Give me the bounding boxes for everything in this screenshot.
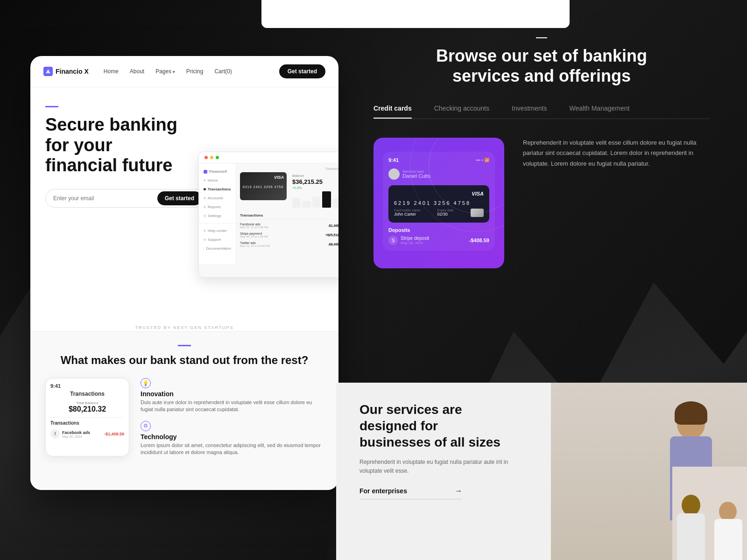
dash-tx-label: Transactions bbox=[240, 167, 338, 170]
dash-balance-box: Balance $36,215.25 +0.4% bbox=[289, 172, 338, 210]
email-input[interactable] bbox=[53, 195, 157, 202]
dash-nav-support[interactable]: Support bbox=[199, 235, 236, 244]
bottom-title: What makes our bank stand out from the r… bbox=[45, 354, 324, 367]
dash-nav-settings[interactable]: Settings bbox=[199, 211, 236, 220]
phone-transactions-title: Transactions bbox=[50, 391, 124, 397]
hero-accent-line bbox=[45, 106, 58, 107]
phone-tx-left: f Facebook ads May 26, 2024 bbox=[50, 429, 90, 439]
second-person-group bbox=[672, 467, 747, 560]
phone-ui: 9:41 ▪▪▪ ▪ 📶 Welcome back Daniel Cutts V… bbox=[383, 152, 495, 251]
technology-desc: Lorem ipsum dolor sit amet, consectetur … bbox=[141, 442, 324, 456]
expiry-label: Expiry date bbox=[437, 209, 454, 212]
fb-icon: f bbox=[50, 429, 60, 439]
dash-tx-row-1: Facebook ads May 26, 24 at 2:48 PM -$1,4… bbox=[240, 221, 338, 231]
user-name: Daniel Cutts bbox=[402, 173, 430, 179]
enterprises-text: Our services aredesigned forbusinesses o… bbox=[336, 383, 551, 560]
innovation-title: Innovation bbox=[141, 390, 324, 398]
banking-header: Browse our set of banking services and o… bbox=[374, 37, 710, 86]
card-visa-label: VISA bbox=[394, 191, 484, 196]
nav-about[interactable]: About bbox=[130, 68, 144, 75]
phone-mockup-small: 9:41 Transactions Total Balance $80,210.… bbox=[45, 378, 129, 456]
dash-balance-change: +0.4% bbox=[292, 186, 338, 189]
feature-technology: ⚙ Technology Lorem ipsum dolor sit amet,… bbox=[141, 421, 324, 456]
svg-marker-0 bbox=[46, 69, 50, 73]
logo[interactable]: Financio X bbox=[43, 67, 89, 76]
dash-nav-transactions[interactable]: Transactions bbox=[199, 185, 236, 194]
dash-balance-label: Balance bbox=[292, 174, 338, 177]
tab-investments[interactable]: Investments bbox=[512, 105, 547, 119]
top-banner bbox=[261, 0, 570, 28]
dash-nav-reports[interactable]: Reports bbox=[199, 203, 236, 211]
window-dot-green bbox=[216, 156, 219, 159]
dash-tx-date-3: May 23, 24 at 12:08 PM bbox=[240, 245, 270, 247]
dash-tx-name-1: Facebook ads bbox=[240, 223, 268, 226]
dash-tx-date-2: May 26, 24 at 1:28 PM bbox=[240, 235, 268, 238]
nav-cart[interactable]: Cart(0) bbox=[214, 68, 232, 75]
bottom-section: What makes our bank stand out from the r… bbox=[30, 331, 338, 490]
chip-icon bbox=[471, 209, 484, 217]
phone-balance-val: $80,210.32 bbox=[50, 405, 124, 413]
window-dot-red bbox=[204, 156, 208, 159]
dash-tx-name-2: Stripe payment bbox=[240, 232, 268, 235]
dash-nav-docs[interactable]: Documentation bbox=[199, 244, 236, 253]
nav-pricing[interactable]: Pricing bbox=[186, 68, 204, 75]
tab-checking-accounts[interactable]: Checking accounts bbox=[434, 105, 489, 119]
window-dot-yellow bbox=[210, 156, 213, 159]
bottom-content: 9:41 Transactions Total Balance $80,210.… bbox=[45, 378, 324, 456]
banking-description: Reprehenderit in voluptate velit esse ci… bbox=[523, 138, 710, 168]
dash-tx-row-2: Stripe payment May 26, 24 at 1:28 PM +$2… bbox=[240, 231, 338, 240]
deposit-row: S Stripe deposit May 28, 2024 -$408.59 bbox=[388, 236, 489, 245]
dash-nav-home[interactable]: Home bbox=[199, 176, 236, 185]
dash-tx-name-3: Twitter ads bbox=[240, 241, 270, 245]
person-3 bbox=[714, 499, 742, 560]
dash-card-number: 6219 2401 3256 4758 bbox=[243, 185, 284, 189]
phone-tx-title: Transactions bbox=[50, 417, 124, 426]
tab-wealth-management[interactable]: Wealth Management bbox=[569, 105, 629, 119]
email-form: Get started bbox=[45, 189, 204, 208]
enterprises-tagline: Our services aredesigned forbusinesses o… bbox=[359, 401, 528, 450]
for-enterprises-link[interactable]: For enterprises → bbox=[359, 487, 462, 499]
dash-nav-help[interactable]: Help center bbox=[199, 226, 236, 235]
banking-content: 9:41 ▪▪▪ ▪ 📶 Welcome back Daniel Cutts V… bbox=[374, 138, 710, 268]
nav-pages[interactable]: Pages bbox=[155, 68, 175, 75]
tab-credit-cards[interactable]: Credit cards bbox=[374, 105, 412, 119]
card-holder-name: John Carter bbox=[394, 212, 420, 217]
form-cta-button[interactable]: Get started bbox=[157, 191, 202, 205]
deposit-left: S Stripe deposit May 28, 2024 bbox=[388, 236, 429, 245]
banking-tabs: Credit cards Checking accounts Investmen… bbox=[374, 105, 710, 119]
main-card: Financio X Home About Pages Pricing Cart… bbox=[30, 56, 338, 490]
deposit-name: Stripe deposit bbox=[401, 236, 429, 241]
dash-logo: FinancioX bbox=[199, 167, 236, 176]
expiry-value: 02/30 bbox=[437, 212, 454, 217]
phone-time: 9:41 bbox=[50, 383, 124, 389]
dash-tx-row-3: Twitter ads May 23, 24 at 12:08 PM -$8,4… bbox=[240, 240, 338, 249]
technology-title: Technology bbox=[141, 433, 324, 441]
nav-home[interactable]: Home bbox=[104, 68, 119, 75]
user-avatar bbox=[388, 168, 400, 180]
banking-services: Browse our set of banking services and o… bbox=[336, 37, 747, 268]
phone-ui-card: VISA 6219 2401 3256 4758 Card holder nam… bbox=[388, 185, 489, 223]
dash-credit-card: VISA 6219 2401 3256 4758 bbox=[240, 172, 287, 200]
logo-text: Financio X bbox=[56, 68, 89, 75]
card-number: 6219 2401 3256 4758 bbox=[394, 200, 484, 206]
welcome-text: Welcome back bbox=[402, 170, 430, 173]
dash-nav-accounts[interactable]: Accounts bbox=[199, 194, 236, 203]
banking-card-preview: 9:41 ▪▪▪ ▪ 📶 Welcome back Daniel Cutts V… bbox=[374, 138, 504, 268]
navbar: Financio X Home About Pages Pricing Cart… bbox=[30, 56, 338, 87]
features-list: 💡 Innovation Duis aute irure dolor in re… bbox=[141, 378, 324, 456]
card-holder-label: Card holder name bbox=[394, 209, 420, 212]
innovation-icon: 💡 bbox=[141, 378, 151, 388]
enterprises-image bbox=[551, 383, 747, 560]
deposit-amount: -$408.59 bbox=[469, 238, 489, 243]
phone-ui-time: 9:41 bbox=[388, 157, 399, 163]
enterprises-arrow: → bbox=[455, 487, 462, 495]
phone-tx-date: May 26, 2024 bbox=[62, 435, 90, 438]
phone-tx-name: Facebook ads bbox=[62, 430, 90, 435]
innovation-desc: Duis aute irure dolor in reprehenderit i… bbox=[141, 399, 324, 413]
phone-ui-header: 9:41 ▪▪▪ ▪ 📶 bbox=[388, 157, 489, 163]
phone-ui-status: ▪▪▪ ▪ 📶 bbox=[476, 158, 489, 162]
bottom-accent-line bbox=[178, 345, 191, 346]
nav-cta-button[interactable]: Get started bbox=[279, 64, 325, 78]
dash-tx-date-1: May 26, 24 at 2:48 PM bbox=[240, 226, 268, 229]
dash-main: Transactions VISA 6219 2401 3256 4758 Ba… bbox=[236, 163, 338, 264]
